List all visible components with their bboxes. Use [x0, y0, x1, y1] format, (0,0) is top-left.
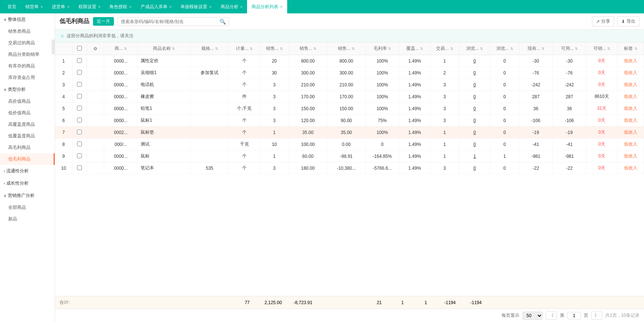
close-icon[interactable]: × — [169, 4, 172, 9]
select-all-checkbox[interactable] — [77, 46, 82, 51]
th-name[interactable]: 商品名称 ⇅ — [138, 42, 190, 55]
th-sellable-days[interactable]: 可销... ⇅ — [586, 42, 618, 55]
cell-check[interactable] — [72, 79, 87, 91]
pagination-prev-button[interactable]: 〈 — [546, 311, 557, 320]
th-code[interactable]: 商... ⇅ — [104, 42, 138, 55]
cell-view1[interactable]: 0 — [459, 162, 490, 174]
th-unit[interactable]: 计量... ⇅ — [229, 42, 260, 55]
row-checkbox[interactable] — [77, 130, 82, 134]
row-checkbox[interactable] — [77, 153, 82, 158]
sidebar-item-all-products[interactable]: 全部商品 — [0, 202, 55, 213]
th-current-stock[interactable]: 现有... ⇅ — [519, 42, 552, 55]
page-size-select[interactable]: 50 20 100 — [522, 312, 543, 320]
th-coverage[interactable]: 覆盖... ⇅ — [399, 42, 430, 55]
sidebar-collapse-button[interactable]: 《 — [52, 39, 55, 54]
nav-sales-order[interactable]: 销货单 × — [21, 0, 47, 13]
sidebar-item-high-value[interactable]: 高价值商品 — [0, 96, 55, 107]
cell-name[interactable]: 鼠标 — [138, 150, 190, 162]
th-spec[interactable]: 规格... ⇅ — [190, 42, 229, 55]
th-sales-profit[interactable]: 销售... ⇅ — [327, 42, 365, 55]
cell-check[interactable] — [72, 91, 87, 103]
data-table-wrapper[interactable]: ⚙ 商... ⇅ 商品名称 ⇅ 规格... ⇅ — [55, 42, 644, 296]
sidebar-item-high-margin[interactable]: 高毛利商品 — [0, 142, 55, 153]
cell-name[interactable]: 鼠标垫 — [138, 127, 190, 138]
row-checkbox[interactable] — [77, 141, 82, 146]
period-button[interactable]: 近一月 — [93, 17, 114, 26]
cell-check[interactable] — [72, 115, 87, 127]
cell-check[interactable] — [72, 127, 87, 138]
row-checkbox[interactable] — [77, 94, 82, 99]
sidebar-item-low-coverage[interactable]: 低覆盖度商品 — [0, 130, 55, 142]
export-button[interactable]: ⬇ 导出 — [617, 16, 640, 26]
cell-view1[interactable]: 0 — [459, 127, 490, 138]
sidebar-item-new-products[interactable]: 新品 — [0, 213, 55, 225]
th-available-stock[interactable]: 可用... ⇅ — [552, 42, 586, 55]
cell-view1[interactable]: 0 — [459, 138, 490, 150]
sidebar-item-low-value[interactable]: 低价值商品 — [0, 107, 55, 119]
cell-view1[interactable]: 0 — [459, 67, 490, 79]
nav-template-settings[interactable]: 单据模板设置 × — [176, 0, 216, 13]
nav-permission-settings[interactable]: 权限设置 × — [74, 0, 105, 13]
close-icon[interactable]: × — [67, 4, 69, 9]
cell-name[interactable]: 属性定价 — [138, 55, 190, 67]
search-icon[interactable]: 🔍 — [220, 19, 226, 25]
cell-check[interactable] — [72, 150, 87, 162]
cell-check[interactable] — [72, 67, 87, 79]
cell-view1[interactable]: 0 — [459, 91, 490, 103]
cell-view1[interactable]: 0 — [459, 103, 490, 115]
cell-name[interactable]: 测试 — [138, 138, 190, 150]
cell-name[interactable]: 橡皮擦 — [138, 91, 190, 103]
close-icon[interactable]: × — [129, 4, 131, 9]
th-sales-price[interactable]: 销售... ⇅ — [289, 42, 327, 55]
cell-check[interactable] — [72, 162, 87, 174]
sidebar-group-overall[interactable]: ∨ 整体信息 — [0, 13, 55, 26]
close-icon[interactable]: × — [98, 4, 100, 9]
th-sales-count[interactable]: 销售... ⇅ — [260, 42, 289, 55]
th-settings[interactable]: ⚙ — [87, 42, 104, 55]
sidebar-group-marketing[interactable]: ∨ 营销推广分析 — [0, 189, 55, 202]
sidebar-group-growth[interactable]: › 成长性分析 — [0, 177, 55, 189]
cell-name[interactable]: 铅笔1 — [138, 103, 190, 115]
pagination-next-button[interactable]: 〉 — [591, 311, 602, 320]
nav-role-auth[interactable]: 角色授权 × — [105, 0, 136, 13]
nav-home[interactable]: 首页 — [3, 0, 21, 13]
nav-product-inbound[interactable]: 产成品入库单 × — [136, 0, 176, 13]
nav-purchase-order[interactable]: 进货单 × — [47, 0, 74, 13]
nav-product-analysis-list[interactable]: 商品分析列表 × — [247, 0, 287, 13]
sidebar-item-traded-products[interactable]: 交易过的商品 — [0, 37, 55, 49]
th-tag[interactable]: 标签 ⇅ — [617, 42, 644, 55]
sidebar-item-high-coverage[interactable]: 高覆盖度商品 — [0, 119, 55, 130]
cell-view1[interactable]: 0 — [459, 115, 490, 127]
th-gross-margin[interactable]: 毛利率 ⇅ — [365, 42, 399, 55]
cell-view1[interactable]: 0 — [459, 79, 490, 91]
row-checkbox[interactable] — [77, 106, 82, 111]
th-view2[interactable]: 浏览... ⇅ — [490, 42, 519, 55]
row-checkbox[interactable] — [77, 165, 82, 170]
cell-check[interactable] — [72, 138, 87, 150]
search-input[interactable] — [121, 19, 220, 24]
sidebar-item-stocked-products[interactable]: 有库存的商品 — [0, 60, 55, 72]
cell-name[interactable]: 鼠标1 — [138, 115, 190, 127]
row-checkbox[interactable] — [77, 82, 82, 87]
sidebar-item-inventory-capital[interactable]: 库存资金占用 — [0, 72, 55, 83]
sidebar-item-category-sales-rate[interactable]: 商品分类助销率 — [0, 49, 55, 60]
close-icon[interactable]: × — [280, 4, 282, 9]
close-icon[interactable]: × — [209, 4, 211, 9]
cell-name[interactable]: 笔记本 — [138, 162, 190, 174]
sidebar-item-low-margin[interactable]: 低毛利商品 — [0, 153, 55, 165]
row-checkbox[interactable] — [77, 118, 82, 122]
cell-name[interactable]: 吴细细1 — [138, 67, 190, 79]
cell-name[interactable]: 电话机 — [138, 79, 190, 91]
th-transaction[interactable]: 交易... ⇅ — [430, 42, 459, 55]
close-icon[interactable]: × — [41, 4, 43, 9]
sidebar-item-sales-products[interactable]: 销售类商品 — [0, 26, 55, 37]
row-checkbox[interactable] — [77, 58, 82, 63]
cell-view1[interactable]: 1 — [459, 150, 490, 162]
row-checkbox[interactable] — [77, 70, 82, 75]
th-view1[interactable]: 浏览... ⇅ — [459, 42, 490, 55]
cell-check[interactable] — [72, 55, 87, 67]
sidebar-group-type-analysis[interactable]: ∨ 类型分析 — [0, 83, 55, 96]
cell-view1[interactable]: 0 — [459, 55, 490, 67]
nav-product-analysis[interactable]: 商品分析 × — [216, 0, 247, 13]
share-button[interactable]: ↗ 分享 — [592, 16, 614, 26]
